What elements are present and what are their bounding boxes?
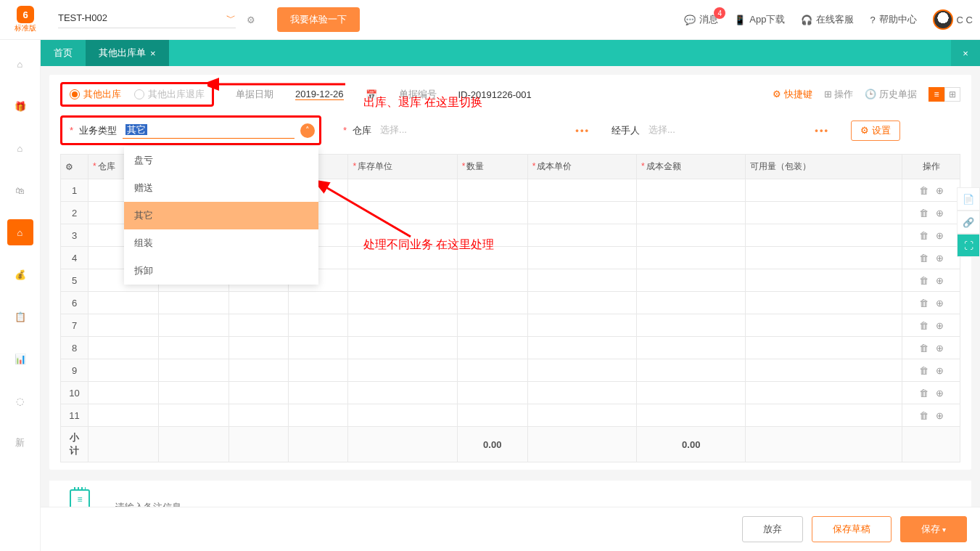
cell[interactable] [457,179,527,202]
cell[interactable] [637,179,746,202]
cell[interactable] [457,337,527,359]
cell[interactable] [637,359,746,382]
cell[interactable] [289,314,348,337]
cell[interactable] [637,247,746,269]
cell[interactable] [637,404,746,427]
delete-icon[interactable]: 🗑 [919,388,928,399]
settings-button[interactable]: ⚙ 设置 [851,121,900,141]
add-icon[interactable]: ⊕ [936,320,944,331]
cell[interactable] [457,359,527,382]
cell[interactable] [527,179,636,202]
delete-icon[interactable]: 🗑 [919,185,928,196]
dropdown-item-chaie[interactable]: 拆卸 [124,257,318,285]
cell[interactable] [637,337,746,359]
cell[interactable] [289,337,348,359]
cell[interactable] [457,247,527,269]
cell[interactable] [457,404,527,427]
add-icon[interactable]: ⊕ [936,275,944,286]
service-link[interactable]: 🎧 在线客服 [801,13,854,26]
dropdown-item-zuzhuang[interactable]: 组装 [124,229,318,257]
delete-icon[interactable]: 🗑 [919,208,928,219]
delete-icon[interactable]: 🗑 [919,343,928,354]
nav-bag-icon[interactable]: 🛍 [7,177,33,203]
cell[interactable] [348,269,457,292]
cell[interactable] [88,314,159,337]
table-row[interactable]: 6🗑⊕ [61,292,960,314]
history-link[interactable]: 🕒 历史单据 [865,88,917,101]
operations-link[interactable]: ⊞ 操作 [824,88,854,101]
add-icon[interactable]: ⊕ [936,298,944,309]
cell[interactable] [159,359,229,382]
cell[interactable] [348,292,457,314]
add-icon[interactable]: ⊕ [936,208,944,219]
cell[interactable] [348,179,457,202]
cell[interactable] [348,359,457,382]
radio-other-return[interactable]: 其他出库退库 [134,88,205,101]
cell[interactable] [637,292,746,314]
cell[interactable] [746,404,902,427]
table-row[interactable]: 8🗑⊕ [61,337,960,359]
cell[interactable] [527,404,636,427]
edge-doc-icon[interactable]: 📄 [957,187,980,211]
nav-custom-icon[interactable]: ◌ [7,388,33,414]
nav-warehouse-icon[interactable]: ⌂ [7,219,33,245]
cell[interactable] [348,337,457,359]
delete-icon[interactable]: 🗑 [919,320,928,331]
radio-other-out[interactable]: 其他出库 [70,88,121,101]
cell[interactable] [637,202,746,224]
close-icon[interactable]: × [150,48,156,59]
delete-icon[interactable]: 🗑 [919,253,928,264]
cell[interactable] [348,247,457,269]
gear-icon[interactable]: ⚙ [247,15,255,25]
cell[interactable] [457,202,527,224]
handler-field[interactable]: 经手人 选择... ••• [612,122,829,139]
table-row[interactable]: 10🗑⊕ [61,382,960,404]
calendar-icon[interactable]: 📅 [366,89,377,100]
cell[interactable] [637,382,746,404]
save-button[interactable]: 保存 [900,516,967,542]
cell[interactable] [527,269,636,292]
chevron-up-icon[interactable]: ˄ [300,123,315,138]
more-icon[interactable]: ••• [575,125,590,136]
cell[interactable] [229,292,289,314]
cell[interactable] [746,224,902,247]
cell[interactable] [348,314,457,337]
cell[interactable] [746,247,902,269]
cell[interactable] [229,404,289,427]
cell[interactable] [746,337,902,359]
delete-icon[interactable]: 🗑 [919,365,928,376]
add-icon[interactable]: ⊕ [936,253,944,264]
edge-link-icon[interactable]: 🔗 [957,211,980,234]
messages-link[interactable]: 💬 消息 4 [684,13,718,26]
cell[interactable] [457,224,527,247]
abandon-button[interactable]: 放弃 [742,516,803,542]
more-icon[interactable]: ••• [815,125,829,136]
cell[interactable] [88,359,159,382]
help-link[interactable]: ? 帮助中心 [870,13,916,26]
cell[interactable] [527,202,636,224]
cell[interactable] [746,314,902,337]
cell[interactable] [746,202,902,224]
cell[interactable] [527,382,636,404]
delete-icon[interactable]: 🗑 [919,410,928,421]
cell[interactable] [527,292,636,314]
cell[interactable] [637,269,746,292]
cell[interactable] [637,314,746,337]
cell[interactable] [527,337,636,359]
dropdown-item-qita[interactable]: 其它 [124,202,318,229]
biz-type-value[interactable]: 其它 [123,122,295,139]
cell[interactable] [348,382,457,404]
cell[interactable] [289,382,348,404]
add-icon[interactable]: ⊕ [936,185,944,196]
nav-new-icon[interactable]: 新 [7,430,33,456]
user-menu[interactable]: C C [933,9,973,30]
delete-icon[interactable]: 🗑 [919,298,928,309]
cell[interactable] [457,382,527,404]
cell[interactable] [289,404,348,427]
cell[interactable] [457,269,527,292]
dropdown-item-zengsong[interactable]: 赠送 [124,174,318,202]
store-selector[interactable]: TEST-H002 ﹀ [58,12,236,28]
cell[interactable] [746,269,902,292]
tab-bar-close[interactable]: × [951,40,980,66]
edge-expand-icon[interactable]: ⛶ [957,234,980,257]
